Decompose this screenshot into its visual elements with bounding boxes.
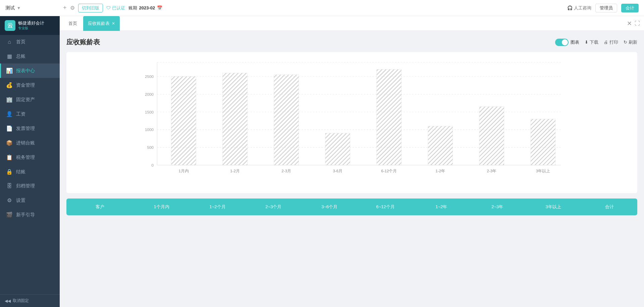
svg-text:1-2年: 1-2年 [435, 169, 445, 173]
th-2: 1~2个月 [190, 199, 246, 215]
tab-home[interactable]: 首页 [64, 16, 82, 31]
workspace-name: 测试 [5, 5, 15, 11]
sidebar-item-ledger[interactable]: ▦ 总账 [0, 49, 60, 63]
sidebar: 云 畅捷通好会计 专业版 ⌂ 首页 ▦ 总账 📊 报表中心 💰 资金管理 🏢 固… [0, 16, 60, 307]
table-header: 客户1个月内1~2个月2~3个月3~6个月6~12个月1~2年2~3年3年以上合… [66, 199, 637, 215]
chart-container: 0 500 1000 1500 2000 2500 1月内 [66, 52, 637, 193]
th-3: 2~3个月 [246, 199, 302, 215]
sidebar-icon-assets: 🏢 [6, 96, 13, 103]
sidebar-item-inventory[interactable]: 📦 进销台账 [0, 136, 60, 150]
header-right: 🎧 人工咨询 管理员 会计 [567, 4, 639, 12]
svg-text:3-6月: 3-6月 [333, 169, 342, 173]
sidebar-label-settings: 设置 [16, 198, 25, 204]
chart-toggle-group: 图表 [555, 39, 579, 46]
period-value: 2023-02 [139, 5, 155, 10]
bar-3年以上 [531, 119, 555, 165]
sidebar-item-report[interactable]: 📊 报表中心 [0, 63, 60, 78]
sidebar-icon-ledger: ▦ [6, 53, 13, 59]
page-title: 应收账龄表 [66, 38, 100, 47]
sidebar-item-funds[interactable]: 💰 资金管理 [0, 78, 60, 92]
sidebar-footer: ◀◀ 取消固定 [0, 294, 60, 307]
sidebar-label-funds: 资金管理 [16, 82, 35, 88]
logo-text-block: 畅捷通好会计 专业版 [18, 20, 44, 31]
header-actions: + ⚙ 切到旧版 🛡 已认证 账期 2023-02 📅 [63, 4, 563, 12]
tab-close-icon[interactable]: ✕ [627, 20, 632, 27]
sidebar-icon-funds: 💰 [6, 82, 13, 88]
app-edition: 专业版 [18, 26, 44, 31]
sidebar-item-invoice[interactable]: 📄 发票管理 [0, 121, 60, 136]
switch-version-button[interactable]: 切到旧版 [78, 4, 103, 12]
chart-toggle[interactable] [555, 39, 569, 46]
content-area: 首页应收账龄表✕ ✕ ⛶ 应收账龄表 图表 ⬇ 下载 [60, 16, 644, 307]
svg-text:2500: 2500 [145, 74, 154, 79]
th-0: 客户 [66, 199, 133, 215]
sidebar-label-salary: 工资 [16, 111, 25, 117]
bar-chart-svg: 0 500 1000 1500 2000 2500 1月内 [73, 59, 631, 186]
bar-1-2年 [428, 126, 453, 165]
svg-text:3年以上: 3年以上 [536, 169, 550, 173]
sidebar-icon-inventory: 📦 [6, 140, 13, 146]
sidebar-item-guide[interactable]: 🎬 新手引导 [0, 208, 60, 222]
settings-icon[interactable]: ⚙ [70, 5, 75, 11]
add-icon[interactable]: + [63, 4, 67, 11]
bar-1-2月 [223, 73, 248, 165]
unpin-label: 取消固定 [13, 298, 29, 304]
print-label: 打印 [609, 39, 618, 45]
calendar-icon[interactable]: 📅 [157, 5, 162, 10]
sidebar-label-inventory: 进销台账 [16, 140, 35, 146]
download-button[interactable]: ⬇ 下载 [585, 39, 598, 45]
sidebar-scroll: ⌂ 首页 ▦ 总账 📊 报表中心 💰 资金管理 🏢 固定资产 👤 工资 📄 发票… [0, 35, 60, 294]
sidebar-icon-report: 📊 [6, 68, 13, 74]
certified-label: 已认证 [112, 5, 125, 11]
app-name: 畅捷通好会计 [18, 20, 44, 26]
th-8: 3年以上 [525, 199, 581, 215]
bar-1月内 [171, 77, 196, 165]
svg-text:0: 0 [151, 163, 153, 167]
print-icon: 🖨 [604, 40, 608, 45]
bar-2-3年 [479, 107, 504, 165]
consult-button[interactable]: 🎧 人工咨询 [567, 5, 591, 11]
chart-toggle-label: 图表 [571, 39, 579, 45]
tabs-right: ✕ ⛶ [627, 20, 640, 27]
logo-icon: 云 [5, 20, 15, 31]
sidebar-item-archive[interactable]: 🗄 归档管理 [0, 179, 60, 193]
unpin-icon: ◀◀ [5, 299, 11, 303]
sidebar-item-tax[interactable]: 📋 税务管理 [0, 150, 60, 165]
sidebar-item-settings[interactable]: ⚙ 设置 [0, 193, 60, 208]
page-content: 应收账龄表 图表 ⬇ 下载 🖨 打印 ↻ [60, 31, 644, 307]
accountant-button[interactable]: 会计 [621, 4, 639, 12]
sidebar-icon-tax: 📋 [6, 154, 13, 161]
sidebar-item-closing[interactable]: 🔒 结账 [0, 165, 60, 179]
refresh-button[interactable]: ↻ 刷新 [624, 39, 637, 45]
tab-aging[interactable]: 应收账龄表✕ [83, 16, 120, 31]
data-table: 客户1个月内1~2个月2~3个月3~6个月6~12个月1~2年2~3年3年以上合… [66, 199, 637, 215]
sidebar-icon-home: ⌂ [6, 39, 13, 45]
sidebar-label-invoice: 发票管理 [16, 126, 35, 132]
sidebar-item-salary[interactable]: 👤 工资 [0, 107, 60, 121]
bar-2-3月 [274, 75, 299, 165]
sidebar-icon-invoice: 📄 [6, 125, 13, 132]
unpin-button[interactable]: ◀◀ 取消固定 [5, 298, 55, 304]
tab-close-aging[interactable]: ✕ [112, 21, 115, 26]
refresh-icon: ↻ [624, 40, 627, 45]
tab-label-home: 首页 [68, 20, 77, 27]
main-layout: 云 畅捷通好会计 专业版 ⌂ 首页 ▦ 总账 📊 报表中心 💰 资金管理 🏢 固… [0, 16, 644, 307]
sidebar-logo: 云 畅捷通好会计 专业版 [0, 16, 60, 35]
svg-text:1月内: 1月内 [178, 169, 189, 173]
svg-text:2000: 2000 [145, 92, 154, 96]
svg-text:1000: 1000 [145, 127, 154, 132]
svg-text:1-2月: 1-2月 [230, 169, 240, 173]
logo-char: 云 [7, 22, 13, 29]
sidebar-item-home[interactable]: ⌂ 首页 [0, 35, 60, 49]
workspace-dropdown-icon[interactable]: ▼ [17, 6, 21, 10]
print-button[interactable]: 🖨 打印 [604, 39, 618, 45]
tab-expand-icon[interactable]: ⛶ [635, 20, 640, 27]
svg-text:1500: 1500 [145, 110, 154, 114]
refresh-label: 刷新 [629, 39, 637, 45]
consult-label: 人工咨询 [574, 5, 591, 11]
manager-button[interactable]: 管理员 [595, 4, 617, 12]
sidebar-item-assets[interactable]: 🏢 固定资产 [0, 92, 60, 107]
th-4: 3~6个月 [302, 199, 358, 215]
workspace-selector[interactable]: 测试 ▼ [5, 5, 59, 11]
period-badge: 账期 2023-02 📅 [128, 5, 163, 11]
